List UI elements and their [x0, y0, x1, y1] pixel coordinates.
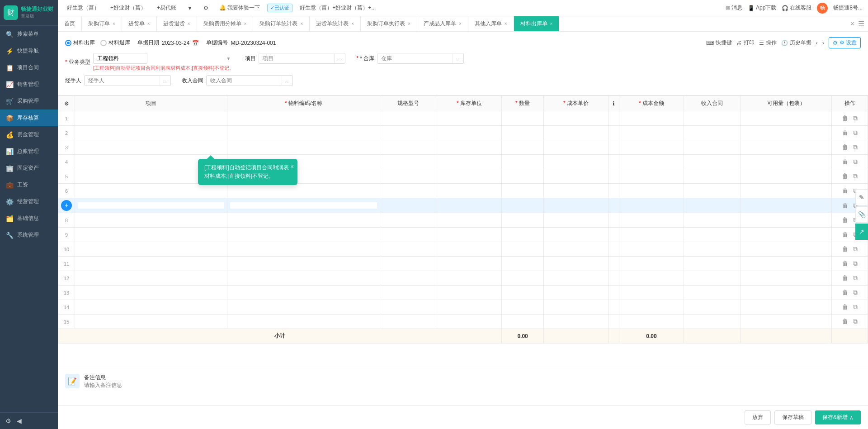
handler-input[interactable]	[85, 76, 160, 86]
tab-production-in-close[interactable]: ×	[459, 21, 462, 26]
copy-row-btn[interactable]: ⧉	[851, 273, 859, 283]
sidebar-item-system[interactable]: 🔧 系统管理	[0, 227, 58, 243]
project-dots-btn[interactable]: …	[334, 54, 345, 63]
discard-btn[interactable]: 放弃	[745, 410, 771, 424]
tab-purchase-stats[interactable]: 采购订单统计表 ×	[253, 16, 310, 31]
row-material-input[interactable]	[230, 202, 377, 209]
next-btn[interactable]: ›	[822, 40, 824, 46]
right-tool-1[interactable]: ✎	[855, 189, 868, 205]
tab-incoming-stats[interactable]: 进货单统计表 ×	[310, 16, 361, 31]
username-label[interactable]: 畅捷通8号...	[833, 4, 863, 12]
shortcut-btn[interactable]: ⌨ 快捷键	[706, 39, 732, 47]
delete-row-btn[interactable]: 🗑	[840, 317, 850, 326]
topbar-experience[interactable]: 🔔 我要体验一下	[216, 2, 264, 14]
tab-purchase-stats-close[interactable]: ×	[300, 21, 303, 26]
sidebar-item-shortcut[interactable]: ⚡ 快捷导航	[0, 43, 58, 59]
operations-btn[interactable]: ☰ 操作	[759, 39, 777, 47]
copy-row-btn[interactable]: ⧉	[851, 157, 859, 167]
sidebar-item-project[interactable]: 📋 项目合同	[0, 59, 58, 76]
copy-row-btn[interactable]: ⧉	[851, 128, 859, 138]
sidebar-item-payroll[interactable]: 💼 工资	[0, 176, 58, 193]
col-settings-header[interactable]: ⚙	[58, 96, 75, 111]
radio-material-return[interactable]: 材料退库	[100, 39, 130, 47]
collapse-icon[interactable]: ◀	[17, 417, 22, 424]
copy-row-btn[interactable]: ⧉	[851, 259, 859, 268]
notes-textarea[interactable]	[84, 381, 355, 400]
sidebar-item-finance[interactable]: 💰 资金管理	[0, 126, 58, 143]
copy-row-btn[interactable]: ⧉	[851, 317, 859, 326]
delete-row-btn[interactable]: 🗑	[840, 302, 850, 311]
delete-row-btn[interactable]: 🗑	[840, 201, 850, 210]
sidebar-item-assets[interactable]: 🏢 固定资产	[0, 160, 58, 176]
topbar-haoshengyi[interactable]: 好生意（菖）	[63, 2, 103, 14]
prev-btn[interactable]: ‹	[816, 40, 818, 46]
delete-row-btn[interactable]: 🗑	[840, 215, 850, 224]
tab-incoming-return[interactable]: 进货退货 ×	[157, 16, 197, 31]
delete-row-btn[interactable]: 🗑	[840, 186, 850, 195]
delete-row-btn[interactable]: 🗑	[840, 172, 850, 181]
tab-incoming-close[interactable]: ×	[147, 21, 150, 26]
message-btn[interactable]: ✉ 消息	[726, 4, 742, 12]
delete-row-btn[interactable]: 🗑	[840, 157, 850, 166]
sidebar-item-basic[interactable]: 🗂️ 基础信息	[0, 210, 58, 227]
right-tool-3[interactable]: ↗	[855, 224, 868, 240]
tab-production-in[interactable]: 产成品入库单 ×	[417, 16, 468, 31]
tab-material-out-close[interactable]: ×	[550, 21, 553, 26]
tab-purchase-exec-close[interactable]: ×	[408, 21, 410, 26]
sidebar-item-operations[interactable]: ⚙️ 经营管理	[0, 193, 58, 210]
row-project-input[interactable]	[78, 202, 224, 209]
copy-row-btn[interactable]: ⧉	[851, 244, 859, 254]
topbar-plus1[interactable]: +好业财（菖）	[107, 2, 150, 14]
topbar-yidaili[interactable]: +易代账	[153, 2, 180, 14]
delete-row-btn[interactable]: 🗑	[840, 114, 850, 123]
tab-purchase-order-close[interactable]: ×	[113, 21, 115, 26]
app-download-btn[interactable]: 📱 App下载	[748, 4, 776, 12]
tab-purchase-expense[interactable]: 采购费用分摊单 ×	[197, 16, 254, 31]
user-avatar[interactable]: 畅	[817, 3, 828, 14]
topbar-more-dropdown[interactable]: ▼	[184, 3, 196, 13]
calendar-icon[interactable]: 📅	[192, 40, 199, 46]
radio-material-out[interactable]: 材料出库	[65, 39, 95, 47]
tab-home[interactable]: 首页	[58, 16, 82, 31]
add-row-btn[interactable]: +	[61, 200, 72, 211]
copy-row-btn[interactable]: ⧉	[851, 302, 859, 312]
handler-dots-btn[interactable]: …	[160, 76, 170, 85]
more-tabs-btn[interactable]: ☰	[858, 19, 864, 28]
copy-row-btn[interactable]: ⧉	[851, 172, 859, 181]
sidebar-item-purchase[interactable]: 🛒 采购管理	[0, 93, 58, 110]
delete-row-btn[interactable]: 🗑	[840, 244, 850, 253]
sidebar-item-inventory[interactable]: 📦 库存核算	[0, 110, 58, 126]
project-input[interactable]	[259, 53, 334, 63]
settings-bottom-icon[interactable]: ⚙	[5, 417, 11, 424]
delete-row-btn[interactable]: 🗑	[840, 273, 850, 282]
save-draft-btn[interactable]: 保存草稿	[774, 410, 811, 424]
warehouse-input[interactable]	[377, 53, 453, 63]
copy-row-btn[interactable]: ⧉	[851, 143, 859, 152]
delete-row-btn[interactable]: 🗑	[840, 128, 850, 137]
income-contract-dots-btn[interactable]: …	[282, 76, 292, 85]
tab-purchase-expense-close[interactable]: ×	[244, 21, 247, 26]
delete-row-btn[interactable]: 🗑	[840, 230, 850, 239]
tab-material-out[interactable]: 材料出库单 ×	[514, 16, 560, 31]
print-btn[interactable]: 🖨 打印	[736, 39, 755, 47]
delete-row-btn[interactable]: 🗑	[840, 259, 850, 268]
copy-row-btn[interactable]: ⧉	[851, 114, 859, 123]
save-new-btn[interactable]: 保存&新增 ∧	[815, 410, 861, 424]
sidebar-item-search[interactable]: 🔍 搜索菜单	[0, 26, 58, 43]
row-material-cell[interactable]	[227, 198, 380, 213]
tooltip-close-btn[interactable]: ×	[290, 162, 294, 172]
right-tool-2[interactable]: 📎	[855, 206, 868, 223]
income-contract-input[interactable]	[207, 76, 282, 86]
tab-incoming-stats-close[interactable]: ×	[351, 21, 354, 26]
copy-row-btn[interactable]: ⧉	[851, 288, 859, 297]
sidebar-item-sales[interactable]: 📈 销售管理	[0, 76, 58, 93]
tab-incoming-return-close[interactable]: ×	[188, 21, 190, 26]
tab-purchase-exec[interactable]: 采购订单执行表 ×	[361, 16, 417, 31]
tab-other-in[interactable]: 其他入库单 ×	[468, 16, 514, 31]
tab-other-in-close[interactable]: ×	[505, 21, 507, 26]
delete-row-btn[interactable]: 🗑	[840, 288, 850, 297]
history-btn[interactable]: 🕐 历史单据	[781, 39, 811, 47]
tab-incoming[interactable]: 进货单 ×	[122, 16, 157, 31]
settings-action-btn[interactable]: ⚙ ⚙ 设置	[829, 37, 861, 48]
topbar-settings[interactable]: ⚙	[200, 3, 212, 13]
